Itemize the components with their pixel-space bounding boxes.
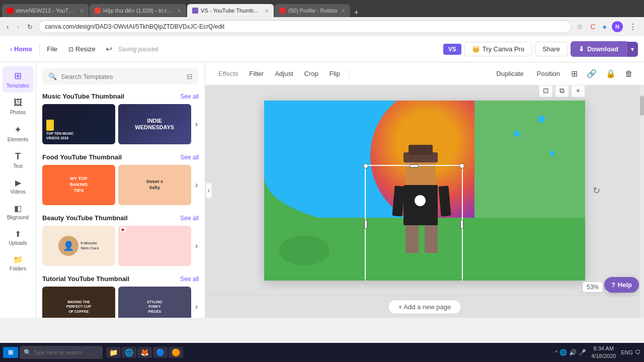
tab-gmail[interactable]: Hộp thư đến (1,028) - tri.ta.1803... ✕ [90, 4, 186, 17]
overlay-add-button[interactable]: + [571, 85, 585, 98]
tutorial-arrow[interactable]: › [194, 302, 199, 311]
search-bar[interactable]: 🔍 ⊟ [42, 68, 199, 84]
handle-mr[interactable] [460, 220, 463, 229]
add-page-button[interactable]: + Add a new page [388, 300, 461, 314]
taskbar-explorer[interactable]: 📁 [106, 347, 121, 358]
food-thumb-2[interactable]: Sweet xSalty [118, 165, 191, 205]
food-thumb-1[interactable]: MY TOPBAKINGTIPS [42, 165, 115, 205]
tab-close-canva[interactable]: ✕ [265, 8, 269, 14]
help-label: Help [618, 281, 632, 289]
taskbar-clock[interactable]: 8:34 AM 4/18/2020 [588, 345, 619, 360]
duplicate-button[interactable]: Duplicate [492, 67, 529, 80]
music-arrow[interactable]: › [194, 120, 199, 129]
search-input[interactable] [61, 73, 183, 80]
reload-button[interactable]: ↻ [25, 22, 35, 32]
vs-badge: VS [443, 44, 461, 55]
new-tab-button[interactable]: + [351, 8, 362, 17]
taskbar-ie[interactable]: 🔵 [153, 347, 168, 358]
music-thumb-1[interactable]: ⚡ TOP TEN MUSICVIDEOS 2019 [42, 104, 115, 144]
tab-close-youtube[interactable]: ✕ [79, 8, 84, 14]
taskbar-up-icon[interactable]: ^ [555, 349, 557, 355]
music-see-all[interactable]: See all [180, 93, 199, 100]
sidebar-item-videos[interactable]: ▶ Videos [3, 174, 34, 199]
folders-icon: 📁 [13, 255, 23, 264]
tab-close-gmail[interactable]: ✕ [177, 8, 181, 14]
taskbar-mic-icon[interactable]: 🎤 [579, 349, 586, 356]
beauty-section: Beauty YouTube Thumbnail See all 👤 5-Min… [42, 214, 199, 266]
lock-icon-button[interactable]: 🔒 [603, 67, 619, 80]
taskbar-search-input[interactable] [33, 349, 99, 355]
sidebar-item-photos[interactable]: 🖼 Photos [3, 94, 34, 119]
resize-button[interactable]: ⊡ Resize [64, 42, 100, 56]
beauty-thumb-2[interactable]: ▶ [118, 226, 191, 266]
beauty-arrow[interactable]: › [194, 241, 199, 250]
food-see-all[interactable]: See all [180, 154, 199, 161]
handle-tl[interactable] [363, 163, 368, 168]
effects-button[interactable]: Effects [213, 67, 244, 80]
download-button[interactable]: ⬇ Download [571, 41, 626, 57]
tutorial-thumb-2[interactable]: STYLINGFUNKYPIECES [118, 287, 191, 318]
start-button[interactable]: ⊞ [3, 347, 18, 358]
sidebar-item-uploads[interactable]: ⬆ Uploads [3, 225, 34, 250]
flip-button[interactable]: Flip [325, 67, 345, 80]
grid-icon-button[interactable]: ⊞ [568, 67, 581, 80]
tutorial-thumb-1[interactable]: MAKING THEPERFECT CUPOF COFFEE [42, 287, 115, 318]
profile-icon[interactable]: N [612, 21, 623, 32]
home-button[interactable]: ‹ Home [6, 42, 36, 56]
sidebar-item-templates[interactable]: ⊞ Templates [3, 66, 34, 93]
food-arrow[interactable]: › [194, 180, 199, 190]
canvas-refresh-icon[interactable]: ↻ [593, 185, 600, 196]
link-icon-button[interactable]: 🔗 [584, 67, 600, 80]
tab-roblox[interactable]: (50) Profile - Roblox ✕ [275, 4, 350, 17]
sidebar-item-background[interactable]: ◧ Bkground [3, 200, 34, 224]
tab-close-roblox[interactable]: ✕ [341, 8, 345, 14]
folders-label: Folders [10, 266, 26, 272]
taskbar-chrome[interactable]: 🌐 [122, 347, 136, 358]
adjust-button[interactable]: Adjust [270, 67, 298, 80]
chrome-extension-icon[interactable]: ● [601, 22, 609, 32]
filter-icon[interactable]: ⊟ [187, 72, 193, 80]
try-pro-label: Try Canva Pro [482, 45, 524, 53]
right-scrollbar[interactable] [640, 85, 644, 318]
tutorial-see-all[interactable]: See all [180, 276, 199, 283]
scrollbar-thumb[interactable] [640, 96, 644, 116]
taskbar-network-icon[interactable]: 🌐 [559, 349, 567, 356]
canvas-content[interactable]: ↻ [264, 101, 585, 281]
taskbar-firefox[interactable]: 🦊 [137, 347, 152, 358]
forward-button[interactable]: › [15, 22, 22, 32]
position-button[interactable]: Position [532, 67, 565, 80]
help-button[interactable]: ? Help [604, 277, 639, 293]
address-input[interactable] [38, 20, 572, 33]
overlay-copy-button[interactable]: ⧉ [555, 85, 569, 98]
menu-icon[interactable]: ⋮ [626, 21, 640, 33]
undo-button[interactable]: ↩ [103, 42, 115, 56]
crop-button[interactable]: Crop [299, 67, 324, 80]
delete-icon-button[interactable]: 🗑 [622, 67, 636, 80]
music-thumb-2[interactable]: INDIEWEDNESDAYS [118, 104, 191, 144]
handle-ml[interactable] [364, 220, 367, 229]
canva-extension-icon[interactable]: C [588, 22, 597, 32]
overlay-square-button[interactable]: ⊡ [539, 85, 553, 98]
scroll-left-indicator[interactable]: ‹ [205, 183, 212, 199]
taskbar-volume-icon[interactable]: 🔊 [569, 349, 577, 356]
taskbar-app2[interactable]: 🟠 [169, 347, 183, 358]
taskbar-search-bar[interactable]: 🔍 [20, 346, 103, 359]
file-button[interactable]: File [43, 42, 61, 56]
sidebar-item-text[interactable]: T Text [3, 147, 34, 173]
try-pro-button[interactable]: 👑 Try Canva Pro [464, 42, 532, 56]
tab-youtube[interactable]: steveNEW212 - YouTube ✕ [2, 4, 89, 17]
taskbar-notification-icon[interactable]: 🗨 [635, 349, 641, 356]
sidebar-item-folders[interactable]: 📁 Folders [3, 251, 34, 276]
filter-button[interactable]: Filter [245, 67, 269, 80]
bookmark-icon[interactable]: ☆ [575, 22, 585, 32]
beauty-thumb-1[interactable]: 👤 5-MinuteSkin Care [42, 226, 115, 266]
beauty-see-all[interactable]: See all [180, 215, 199, 222]
sidebar-item-elements[interactable]: ✦ Elements [3, 120, 34, 146]
taskbar-language[interactable]: ENG [621, 349, 633, 355]
tab-canva[interactable]: VS - YouTube Thumbnail ✕ [187, 4, 274, 17]
handle-tm[interactable] [410, 164, 419, 167]
share-button[interactable]: Share [535, 42, 568, 56]
download-chevron-button[interactable]: ▾ [626, 42, 638, 57]
handle-tr[interactable] [459, 163, 464, 168]
back-button[interactable]: ‹ [4, 22, 12, 32]
